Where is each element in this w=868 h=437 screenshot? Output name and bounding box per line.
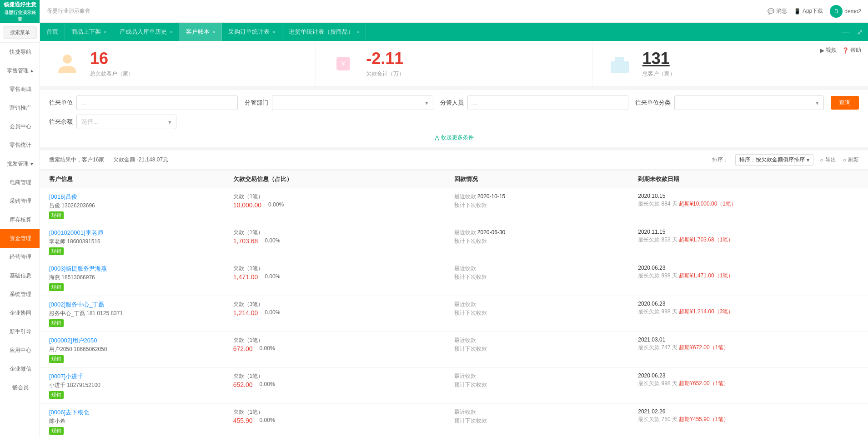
filter-dept-input[interactable]: ▾ [272,95,433,110]
customer-name-6[interactable]: [0006]去下粮仓 [49,409,89,416]
filter-manager-input[interactable]: ... [467,95,629,110]
customer-tag-0: 现销 [49,211,64,219]
help-button[interactable]: ❓ 帮助 [842,46,861,54]
sidebar-item-basic-info[interactable]: 基础信息 [0,266,40,285]
debt-count-4: 欠款（1笔） [233,337,454,344]
customer-phone-2: 海燕 18513066976 [49,274,233,281]
debtors-info: 16 总欠款客户（家） [90,49,302,78]
search-button[interactable]: 查询 [831,96,859,110]
tab-minimize-button[interactable]: — [839,26,852,37]
sidebar-item-ecommerce[interactable]: 电商管理 [0,173,40,192]
customer-name-3[interactable]: [0002]服务中心_丁磊 [49,301,104,308]
sidebar-item-capital-mgmt[interactable]: 资金管理 [0,229,40,248]
filter-partner-category-input[interactable]: ▾ [674,95,824,110]
filter-balance-label: 往来余额 [49,118,73,126]
tab-purchase-stats[interactable]: 采购订单统计表 × [222,23,282,41]
overdue-link-0[interactable]: 超期¥10,000.00（1笔） [679,201,737,207]
app-download-icon: 📱 [794,8,801,15]
col-header-date: 到期未收款日期 [638,175,859,183]
recovery-cell-4: 最近收款 预计下次收款 [454,337,638,353]
stat-card-total-customers: 131 总客户（家） ▶ 视频 ❓ 帮助 [592,41,868,86]
overdue-link-5[interactable]: 超期¥652.00（1笔） [679,380,729,387]
export-button[interactable]: ○ 导出 [820,156,836,164]
tab-product-history-close[interactable]: × [170,29,172,35]
debt-amount-row-0: 10,000.00 0.00% [233,201,454,209]
customer-name-1[interactable]: [0001020001]李老师 [49,229,103,236]
recovery-next-0: 预计下次收款 [454,201,638,209]
tab-product-offline[interactable]: 商品上下架 × [65,23,113,41]
filter-partner-input[interactable]: ... [76,95,238,110]
table-row: [0001020001]李老师 李老师 18600391516 现销 欠款（1笔… [40,224,868,260]
tab-purchase-product-stats-close[interactable]: × [356,29,359,35]
refresh-icon: ○ [843,157,846,163]
sort-label: 排序： [712,156,728,164]
table-row: [0002]服务中心_丁磊 服务中心_丁磊 181 0125 8371 现销 欠… [40,296,868,332]
sort-select[interactable]: 排序：按欠款金额倒序排序 ▾ [735,154,813,166]
debtors-value: 16 [90,49,302,68]
overdue-link-2[interactable]: 超期¥1,471.00（1笔） [679,272,733,279]
sidebar-item-retail-mgmt[interactable]: 零售管理 ▲ [0,61,40,80]
debt-amount-row-6: 455.90 0.00% [233,416,454,424]
filter-collapse-button[interactable]: ⋀ 收起更多条件 [49,134,859,141]
recovery-label-3: 最近收款 [454,301,476,307]
tab-maximize-button[interactable]: ⤢ [854,26,866,38]
view-video-button[interactable]: ▶ 视频 [820,46,837,54]
customer-name-0[interactable]: [0016]吕俊 [49,193,77,200]
tab-purchase-stats-close[interactable]: × [272,29,275,35]
overdue-link-3[interactable]: 超期¥1,214.00（3笔） [679,308,733,315]
filter-partner-category: 往来单位分类 ▾ [635,95,824,110]
refresh-button[interactable]: ○ 刷新 [843,156,859,164]
sidebar-item-inventory[interactable]: 库存核算 [0,211,40,229]
results-info: 搜索结果中，客户16家 欠款金额 -21,148.07元 [49,156,168,164]
sidebar-item-enterprise-collab[interactable]: 企业协同 [0,304,40,322]
sidebar-item-operations[interactable]: 经营管理 [0,248,40,266]
tab-home[interactable]: 首页 [40,23,65,41]
sidebar-item-marketing[interactable]: 营销推广 [0,99,40,117]
sort-chevron-icon: ▾ [807,157,809,163]
user-avatar[interactable]: D demo2 [830,5,861,18]
date-value-6: 2021.02.26 [638,408,859,415]
tab-product-offline-close[interactable]: × [104,29,106,35]
sidebar-item-vip-member[interactable]: 畅会员 [0,378,40,397]
filter-balance-select[interactable]: 选择... ▾ [76,115,176,129]
overdue-link-6[interactable]: 超期¥455.90（1笔） [679,416,729,422]
message-icon: 💬 [768,8,774,15]
debt-amount-1: 1,703.68 [233,237,258,245]
tab-home-label: 首页 [46,28,58,36]
sidebar-item-app-center[interactable]: 应用中心 [0,341,40,360]
customer-name-5[interactable]: [0007]小进千 [49,373,83,380]
tab-purchase-product-stats[interactable]: 进货单统计表（按商品） × [282,23,366,41]
sidebar-item-batch-mgmt[interactable]: 批发管理 ▼ [0,155,40,173]
debt-cell-1: 欠款（1笔） 1,703.68 0.00% [233,229,454,245]
sidebar-item-retail-mall[interactable]: 零售商城 [0,80,40,99]
debt-amount-value: -2.11 [366,49,578,68]
sidebar-item-purchase-mgmt[interactable]: 采购管理 [0,192,40,211]
page-content: 16 总欠款客户（家） ¥ -2.11 欠款合计（万） 131 [40,41,868,437]
app-download-button[interactable]: 📱 App下载 [794,7,823,15]
search-menu-button[interactable]: 搜索菜单 [3,26,37,39]
debt-amount-6: 455.90 [233,417,253,424]
customer-name-4[interactable]: [000002]用户2050 [49,337,97,344]
date-cell-3: 2020.06.23 最长欠款 998 天 超期¥1,214.00（3笔） [638,301,859,316]
sidebar-item-system-mgmt[interactable]: 系统管理 [0,285,40,304]
debt-count-3: 欠款（3笔） [233,301,454,308]
sidebar-item-enterprise-wechat[interactable]: 企业微信 [0,360,40,378]
message-button[interactable]: 💬 消息 [768,7,787,15]
customer-name-2[interactable]: [0003]畅捷服务尹海燕 [49,265,107,272]
sidebar-item-retail-stats[interactable]: 零售统计 [0,136,40,155]
tab-product-history[interactable]: 产成品入库单历史 × [113,23,179,41]
overdue-link-4[interactable]: 超期¥672.00（1笔） [679,344,729,351]
sidebar-search-area: 搜索菜单 [0,23,40,43]
date-value-2: 2020.06.23 [638,265,859,271]
overdue-link-1[interactable]: 超期¥1,703.68（1笔） [679,236,733,243]
sidebar-item-new-guide[interactable]: 新手引导 [0,322,40,341]
tab-customer-account-close[interactable]: × [212,29,215,35]
debt-count-6: 欠款（1笔） [233,408,454,416]
tab-customer-account[interactable]: 客户账本 × [180,23,222,41]
sidebar-navigation: 快捷导航 零售管理 ▲ 零售商城 营销推广 会员中心 零售统计 批发管理 ▼ 电… [0,43,40,437]
sidebar-item-member[interactable]: 会员中心 [0,117,40,136]
sidebar-item-quick-nav[interactable]: 快捷导航 [0,43,40,61]
stat-card-debt-amount: ¥ -2.11 欠款合计（万） [316,41,592,86]
topbar-actions: 💬 消息 📱 App下载 D demo2 [768,5,861,18]
chevron-down-icon: ▾ [425,100,428,106]
